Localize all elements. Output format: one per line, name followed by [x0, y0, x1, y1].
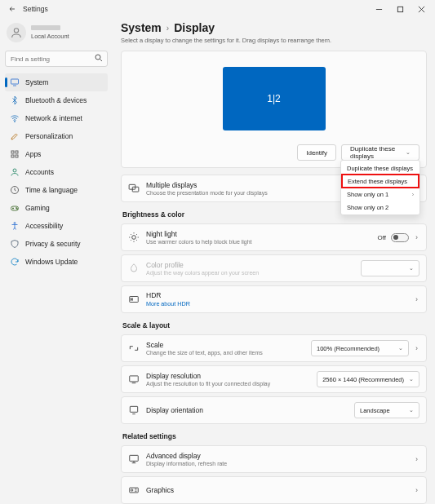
- accessibility-icon: [10, 221, 20, 231]
- network-icon: [10, 113, 20, 123]
- chevron-down-icon: ⌄: [406, 149, 411, 156]
- chevron-right-icon: ›: [414, 486, 419, 494]
- row-title: Scale: [146, 341, 304, 349]
- svg-point-4: [15, 122, 16, 122]
- sidebar-item-label: Windows Update: [25, 258, 78, 266]
- sidebar-item-apps[interactable]: Apps: [5, 145, 108, 163]
- sidebar-item-label: Apps: [25, 150, 41, 158]
- sidebar-item-update[interactable]: Windows Update: [5, 253, 108, 271]
- projection-mode-dropdown[interactable]: Duplicate these displays ⌄: [341, 144, 419, 161]
- sidebar-item-gaming[interactable]: Gaming: [5, 199, 108, 217]
- update-icon: [10, 257, 20, 267]
- color-profile-icon: [128, 263, 140, 274]
- user-block[interactable]: Local Account: [5, 21, 108, 49]
- multiple-displays-icon: [128, 183, 140, 194]
- svg-rect-21: [130, 455, 139, 461]
- hdr-icon: [128, 294, 140, 305]
- resolution-icon: [128, 374, 140, 385]
- breadcrumb: System › Display: [121, 21, 427, 34]
- user-name-redacted: [31, 25, 60, 30]
- svg-rect-0: [397, 7, 402, 11]
- crumb-root[interactable]: System: [121, 21, 162, 34]
- svg-point-14: [14, 223, 16, 224]
- chevron-right-icon: ›: [414, 233, 419, 241]
- sidebar-item-privacy[interactable]: Privacy & security: [5, 235, 108, 253]
- sidebar-item-label: Accounts: [25, 168, 54, 176]
- display-canvas[interactable]: 1|2: [128, 58, 419, 139]
- minimize-button[interactable]: [368, 0, 389, 18]
- projection-option[interactable]: Extend these displays: [341, 174, 419, 188]
- user-sub: Local Account: [31, 33, 69, 40]
- chevron-right-icon: ›: [414, 295, 419, 303]
- sidebar-item-time[interactable]: Time & language: [5, 181, 108, 199]
- row-title: Graphics: [146, 486, 407, 494]
- chevron-down-icon: ⌄: [398, 345, 403, 351]
- row-title: HDR: [146, 291, 407, 299]
- hdr-link[interactable]: More about HDR: [146, 300, 190, 307]
- sidebar-item-bluetooth[interactable]: Bluetooth & devices: [5, 91, 108, 109]
- chevron-down-icon: ⌄: [409, 265, 414, 272]
- projection-option[interactable]: Show only on 1›: [342, 188, 419, 201]
- chevron-right-icon: ›: [414, 344, 419, 352]
- chevron-right-icon: ›: [166, 24, 169, 33]
- night-light-row[interactable]: Night light Use warmer colors to help bl…: [121, 223, 427, 251]
- sidebar-item-accessibility[interactable]: Accessibility: [5, 217, 108, 235]
- row-title: Color profile: [146, 261, 354, 269]
- advanced-display-row[interactable]: Advanced display Display information, re…: [121, 445, 427, 473]
- projection-option[interactable]: Show only on 2: [342, 201, 419, 214]
- row-title: Advanced display: [146, 452, 407, 460]
- time-icon: [10, 185, 20, 195]
- sidebar-item-system[interactable]: System: [5, 73, 108, 91]
- search-input[interactable]: [5, 51, 108, 67]
- search-icon: [94, 53, 104, 64]
- svg-rect-8: [16, 155, 18, 157]
- sidebar-item-label: Gaming: [25, 204, 50, 212]
- projection-option[interactable]: Duplicate these displays: [342, 161, 419, 175]
- svg-point-1: [14, 29, 18, 33]
- color-profile-select: ⌄: [361, 260, 419, 276]
- main-content: System › Display Select a display to cha…: [113, 18, 435, 504]
- sidebar-item-label: Privacy & security: [25, 240, 81, 248]
- search-wrap: [5, 51, 108, 67]
- scale-select[interactable]: 100% (Recommended)⌄: [311, 340, 409, 356]
- row-title: Display resolution: [146, 372, 310, 380]
- crumb-page: Display: [174, 21, 215, 34]
- privacy-icon: [10, 239, 20, 249]
- chevron-down-icon: ⌄: [409, 376, 414, 382]
- projection-mode-menu: Duplicate these displaysExtend these dis…: [340, 160, 420, 215]
- advanced-display-icon: [128, 453, 140, 465]
- monitor-1-2[interactable]: 1|2: [223, 67, 326, 130]
- svg-rect-7: [11, 155, 14, 157]
- svg-point-23: [131, 489, 133, 491]
- back-button[interactable]: [7, 3, 18, 15]
- scale-row[interactable]: Scale Change the size of text, apps, and…: [121, 334, 427, 362]
- window-title: Settings: [23, 5, 48, 13]
- chevron-down-icon: ⌄: [409, 407, 414, 413]
- gaming-icon: [10, 203, 20, 213]
- identify-button[interactable]: Identify: [297, 144, 336, 161]
- personalization-icon: [10, 131, 20, 141]
- section-related: Related settings: [122, 432, 427, 440]
- orientation-icon: [128, 405, 140, 416]
- display-arrange-panel: 1|2 Identify Duplicate these displays ⌄ …: [121, 51, 427, 168]
- resolution-select[interactable]: 2560 × 1440 (Recommended)⌄: [317, 371, 419, 387]
- graphics-row[interactable]: Graphics ›: [121, 476, 427, 504]
- sidebar-item-network[interactable]: Network & internet: [5, 109, 108, 127]
- sidebar-item-label: Accessibility: [25, 222, 63, 230]
- apps-icon: [10, 149, 20, 159]
- row-sub: Adjust the way colors appear on your scr…: [146, 270, 354, 276]
- sidebar-item-accounts[interactable]: Accounts: [5, 163, 108, 181]
- color-profile-row: Color profile Adjust the way colors appe…: [121, 254, 427, 282]
- svg-point-13: [17, 209, 18, 210]
- orientation-select[interactable]: Landscape⌄: [354, 402, 419, 418]
- svg-rect-3: [11, 79, 19, 84]
- night-light-toggle[interactable]: [391, 233, 409, 242]
- close-button[interactable]: [411, 0, 432, 18]
- row-sub: Adjust the resolution to fit your connec…: [146, 381, 310, 387]
- sidebar-item-personalization[interactable]: Personalization: [5, 127, 108, 145]
- hdr-row[interactable]: HDR More about HDR ›: [121, 285, 427, 313]
- row-sub: Use warmer colors to help block blue lig…: [146, 239, 371, 245]
- maximize-button[interactable]: [389, 0, 411, 18]
- svg-rect-5: [11, 151, 14, 153]
- nav-list: SystemBluetooth & devicesNetwork & inter…: [5, 73, 108, 271]
